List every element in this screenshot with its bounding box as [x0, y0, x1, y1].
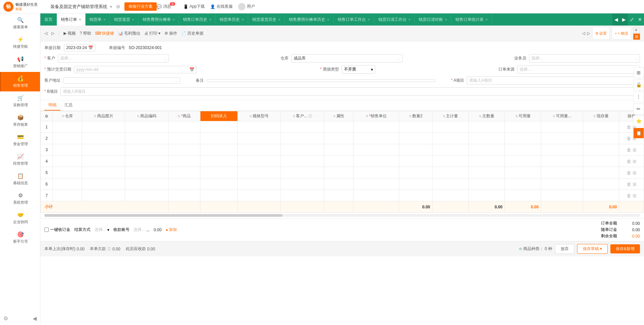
notification-item[interactable]: 💬 消息 9 — [157, 4, 178, 9]
sort-image-icon[interactable]: ⇅ — [94, 114, 97, 118]
remarks-field[interactable] — [206, 79, 435, 82]
a-project-field[interactable]: 请输入A项目 — [467, 76, 640, 85]
settings-icon[interactable]: ⚙ — [116, 4, 120, 9]
sub-toolbar-shortcut[interactable]: ⌨ 快捷键 — [95, 31, 114, 36]
float-btn-4[interactable]: ✏ — [633, 104, 644, 114]
grid-view-btn[interactable]: ⊞ — [633, 34, 640, 40]
sidebar-item-quicknav[interactable]: ⚡ 快捷导航 — [0, 33, 40, 52]
sort-attr-icon[interactable]: ⇅ — [333, 114, 336, 118]
tab-close-expense-history[interactable]: × — [327, 18, 329, 22]
row-delete-2[interactable]: 🗑 — [627, 136, 631, 141]
tab-detail[interactable]: 明细 — [44, 100, 61, 111]
tab-close-sales-return[interactable]: × — [132, 18, 134, 22]
tab-close-cash-workbench[interactable]: × — [409, 18, 411, 22]
row-copy-5[interactable]: ⊞ — [633, 170, 637, 175]
address-field[interactable]: ... — [63, 77, 180, 84]
sub-toolbar-history[interactable]: 📄 历史单据 — [181, 31, 203, 36]
sort-mainunit-icon[interactable]: ⇅ — [443, 114, 445, 118]
tab-close-goods-history[interactable]: × — [242, 18, 244, 22]
row-copy-4[interactable]: ⊞ — [633, 159, 637, 164]
tab-close-sales-expense[interactable]: × — [173, 18, 175, 22]
add-btn[interactable]: ● 添加 — [165, 227, 177, 233]
float-btn-1[interactable]: ⊞ — [633, 67, 644, 78]
sidebar-item-operations[interactable]: 📈 经营管理 — [0, 150, 40, 169]
tab-sales-return[interactable]: 销货退货 × — [110, 13, 139, 26]
sidebar-item-sales[interactable]: 💰 销售管理 — [0, 72, 40, 91]
tab-home[interactable]: 首页 — [40, 13, 57, 26]
one-click-order-input[interactable] — [44, 228, 49, 232]
tab-sales-expense[interactable]: 销售费用分摊单 × — [139, 13, 179, 26]
sort-spec-icon[interactable]: ⇅ — [249, 114, 252, 118]
sidebar-item-marketing[interactable]: 📢 营销推广 — [0, 52, 40, 72]
collapse-icon[interactable]: ◀ — [33, 315, 37, 322]
next-record-btn[interactable]: ▷ — [587, 27, 590, 40]
tab-sales-goods[interactable]: 销货单 × — [85, 13, 110, 26]
float-btn-3[interactable]: ⋮ — [633, 91, 644, 102]
tab-close-workbench[interactable]: × — [368, 18, 370, 22]
row-delete-1[interactable]: 🗑 — [627, 124, 631, 130]
save-draft-btn[interactable]: 保存草稿 ▾ — [577, 244, 608, 254]
horizontal-scrollbar[interactable] — [44, 214, 640, 217]
sort-warehouse-icon[interactable]: ⇅ — [62, 114, 64, 118]
sub-toolbar-profit[interactable]: 📊 毛利预估 — [118, 31, 140, 36]
tab-maximize-btn[interactable]: ⤢ — [628, 13, 636, 26]
row-delete-5[interactable]: 🗑 — [627, 170, 631, 175]
tab-goods-history[interactable]: 销货单历史 × — [216, 13, 248, 26]
float-btn-2[interactable]: 🔒 — [633, 79, 644, 90]
sub-toolbar-print[interactable]: 🖨 打印 ▾ — [144, 31, 160, 36]
warehouse-field[interactable]: 成品库 ... — [291, 54, 402, 63]
user-item[interactable]: 用户 — [238, 3, 255, 10]
settings-gear-icon[interactable]: ⚙ — [3, 315, 8, 322]
tab-close-sales-stats[interactable]: × — [486, 18, 488, 22]
tab-sales-order-history[interactable]: 销售订单历史 × — [179, 13, 216, 26]
tab-close-sales-goods[interactable]: × — [104, 18, 106, 22]
delivery-date-field[interactable]: yyyy-mm-dd 📅 — [74, 66, 197, 73]
b-project-field[interactable]: 请输入B项目 — [61, 87, 640, 96]
row-delete-6[interactable]: 🗑 — [627, 181, 631, 187]
sort-unit-icon[interactable]: ⇅ — [366, 114, 368, 118]
row-delete-4[interactable]: 🗑 — [627, 159, 631, 164]
list-view-btn[interactable]: ≡ — [633, 27, 640, 33]
prev-record-btn[interactable]: ◁ — [582, 27, 585, 40]
discard-btn[interactable]: 放弃 — [555, 244, 574, 254]
tab-close-return-history[interactable]: × — [278, 18, 280, 22]
add-field-btn[interactable]: + + 物流 — [612, 27, 631, 40]
settings-toolbar-btn[interactable]: ⚙ 设置 — [592, 27, 610, 40]
tab-sales-order[interactable]: 销售订单 × — [57, 13, 85, 26]
sidebar-item-inventory[interactable]: 📦 库存核算 — [0, 111, 40, 130]
staff-field[interactable]: 选择... ... — [529, 54, 640, 63]
save-new-btn[interactable]: 保存&新增 — [610, 244, 640, 253]
tab-summary[interactable]: 汇总 — [61, 100, 77, 111]
tab-close-sales-order-history[interactable]: × — [209, 18, 211, 22]
float-btn-5[interactable]: ⭐ — [633, 116, 644, 126]
customer-field[interactable]: 选择... ... — [58, 54, 169, 63]
col-scan[interactable]: 扫码录入 — [200, 111, 237, 121]
receipt-account-field[interactable]: 选择... ... — [134, 227, 150, 233]
sort-qty2-icon[interactable]: ⇅ — [409, 114, 412, 118]
one-click-order-checkbox[interactable]: 一键收订金 — [44, 227, 70, 233]
app-download-item[interactable]: 📱 App下载 — [183, 4, 205, 9]
float-btn-6[interactable]: 📋 — [633, 128, 644, 138]
sort-mainqty-icon[interactable]: ⇅ — [479, 114, 482, 118]
tab-prev-btn[interactable]: ◀ — [612, 13, 620, 26]
sidebar-item-search[interactable]: 🔍 搜索菜单 — [0, 13, 40, 33]
tab-return-history[interactable]: 销货退货历史 × — [248, 13, 285, 26]
payment-method-field[interactable]: 选择... ▾ — [94, 227, 109, 233]
sub-toolbar-back[interactable]: ◁ — [44, 31, 47, 36]
sidebar-item-guide[interactable]: 🎯 新手引导 — [0, 228, 40, 247]
row-delete-7[interactable]: 🗑 — [627, 193, 631, 198]
tab-close-all-btn[interactable]: ✕ — [636, 13, 644, 26]
row-delete-3[interactable]: 🗑 — [627, 147, 631, 153]
row-copy-7[interactable]: ⊞ — [633, 193, 637, 198]
tab-close-sales-order[interactable]: × — [79, 18, 81, 22]
sidebar-item-system[interactable]: ⚙ 系统管理 — [0, 189, 40, 208]
tab-workbench[interactable]: 销售订单工作台 × — [334, 13, 374, 26]
industry-btn[interactable]: 体验行业方案 — [124, 2, 157, 11]
sub-toolbar-video[interactable]: ▶ 视频 — [64, 31, 76, 36]
row-copy-6[interactable]: ⊞ — [633, 181, 637, 187]
sort-avail-icon[interactable]: ⇅ — [515, 114, 518, 118]
date-field[interactable]: 2023-03-24 📅 — [64, 44, 96, 51]
sidebar-item-enterprise[interactable]: 🤝 企业协同 — [0, 208, 40, 228]
tab-sales-stats[interactable]: 销售订单统计表 × — [451, 13, 492, 26]
tab-cash-reconcile[interactable]: 钱货日清对账 × — [415, 13, 451, 26]
